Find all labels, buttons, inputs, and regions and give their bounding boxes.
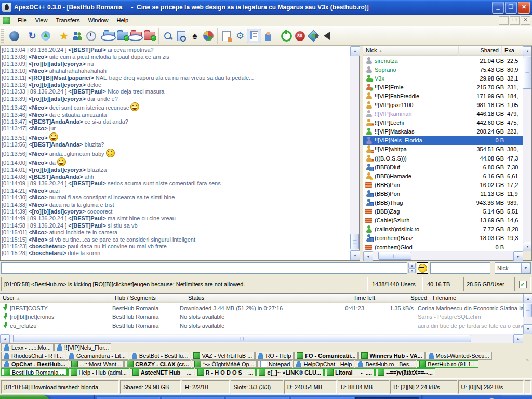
public-hubs-button[interactable] — [7, 29, 21, 43]
tab-hub[interactable]: AstecNET Hub ... — [130, 368, 194, 376]
adl-search-button[interactable] — [175, 29, 188, 43]
userlist-row[interactable]: (BBB)Diuf6.80 GB7,30 — [363, 163, 523, 171]
userlist-row[interactable]: !![VIP]Maskalas208.24 GB223, — [363, 127, 523, 136]
tab-hub[interactable]: c[_]~ »LiNK® CLU... — [256, 368, 324, 376]
transfers-column-status[interactable]: Status — [185, 294, 331, 303]
tab-user[interactable]: Lexx - ...:::Mo... — [1, 343, 54, 351]
tab-user[interactable]: HelpOpChat - Help — [293, 360, 354, 368]
userlist-column-exact[interactable]: Exa — [502, 46, 523, 56]
tab-hub[interactable]: BestHub.ro (91.1... — [417, 360, 478, 368]
tab-user[interactable]: BestBot - BestHu... — [129, 352, 191, 360]
userlist-row[interactable]: (BBB)Thug943.36 MB989, — [363, 198, 523, 207]
transfers-scroll-thumb[interactable] — [523, 304, 532, 317]
scroll-down-icon[interactable]: ▼ — [523, 242, 531, 251]
tab-user[interactable]: BestHub.ro - Bes... — [355, 360, 416, 368]
chat-scroll-thumb[interactable] — [350, 234, 359, 249]
userlist-row[interactable]: !![VIP]Nels_Florida0 B — [363, 136, 523, 145]
tab-hub[interactable]: R - H O D O S ... — [195, 368, 256, 376]
userlist-row[interactable]: (calinsb)rdslink.ro7.72 GB8,28 — [363, 225, 523, 234]
tab-user[interactable]: RhodosChat - R H... — [1, 352, 65, 360]
waiting-users-button[interactable] — [129, 29, 143, 43]
transfer-row[interactable]: eu_relutzuBestHub RomaniaNo slots availa… — [0, 321, 523, 330]
scroll-up-icon[interactable]: ▲ — [350, 46, 360, 56]
userlist-row[interactable]: V3x29.98 GB32,1 — [363, 74, 523, 83]
transfers-horizontal-scrollbar[interactable]: ◄ ► — [0, 334, 532, 343]
history-spinner[interactable]: ▲ ▼ — [408, 263, 416, 273]
transfer-row[interactable]: [BEST]COSTYBestHub RomaniaDownloaded 3.4… — [0, 303, 523, 312]
scroll-right-icon[interactable]: ► — [513, 251, 523, 261]
tab-user[interactable]: Geamandura - Lit... — [66, 352, 128, 360]
transfers-column-filename[interactable]: Filename — [430, 294, 523, 303]
transfers-hscroll-thumb[interactable] — [13, 335, 471, 342]
tab-user[interactable]: Most-Wanted-Secu... — [425, 352, 492, 360]
search-spy-button[interactable]: ♠ — [188, 29, 202, 43]
userlist-scroll-thumb[interactable] — [523, 57, 531, 89]
download-queue-button[interactable] — [102, 29, 116, 43]
show-userlist-checkbox[interactable]: ✓ — [514, 277, 531, 291]
tab-user[interactable]: !![VIP]Nels_Flor... — [54, 343, 112, 351]
userlist-row[interactable]: (BBB)Pan16.02 GB17,2 — [363, 180, 523, 189]
tab-hub[interactable]: FO - Comunicatii... — [294, 352, 358, 360]
userlist-row[interactable]: (BBB)Zag5.14 GB5,51 — [363, 207, 523, 216]
menu-window[interactable]: Window — [84, 16, 112, 25]
open-filelist-button[interactable] — [220, 29, 233, 43]
recent-hubs-button[interactable] — [84, 29, 98, 43]
spinner-down-icon[interactable]: ▼ — [408, 268, 416, 273]
userlist-row[interactable]: (BBB)Pon11.13 GB11,9 — [363, 189, 523, 198]
tab-notepad[interactable]: Notepad — [257, 360, 293, 368]
scroll-down-icon[interactable]: ▼ — [523, 324, 532, 334]
menu-transfers[interactable]: Transfers — [51, 16, 84, 25]
userlist-filter-input[interactable] — [430, 262, 490, 274]
userlist-hscroll-thumb[interactable] — [378, 252, 411, 260]
favorite-users-button[interactable] — [71, 29, 84, 43]
userlist-row[interactable]: (BBB)Hamade6.16 GB6,61 — [363, 171, 523, 180]
follow-redirect-button[interactable] — [39, 29, 52, 43]
mdi-minimize-button[interactable]: – — [499, 16, 509, 25]
scroll-up-icon[interactable]: ▲ — [523, 46, 531, 56]
away-mode-button[interactable] — [261, 29, 275, 43]
tab-hub[interactable]: ...:::Most-Want... — [69, 360, 124, 368]
tab-hub[interactable]: Winners Hub - VA... — [358, 352, 424, 360]
userlist-horizontal-scrollbar[interactable]: ◄ ► — [363, 251, 531, 260]
taskbar-task[interactable]: preturi hostin... — [291, 397, 354, 399]
mdi-close-button[interactable]: ✕ — [521, 16, 530, 25]
favorite-hubs-button[interactable]: ★ — [57, 29, 71, 43]
userlist-row[interactable]: Soprano75.43 GB80,9 — [363, 65, 523, 74]
tab-hub[interactable]: BestHub Romania ... — [1, 368, 68, 376]
minimize-button[interactable]: _ — [492, 2, 504, 14]
emoticon-button[interactable] — [417, 262, 428, 274]
tab-hub[interactable]: Litoral - .... — [324, 368, 375, 376]
transfers-column-speed[interactable]: Speed — [378, 294, 430, 303]
userlist-vertical-scrollbar[interactable]: ▲ ▼ — [523, 46, 531, 251]
userlist-row[interactable]: !![VIP]whitpa354.51 GB380, — [363, 145, 523, 154]
userlist-row[interactable]: !![VIP]kaminari446.18 GB479, — [363, 110, 523, 118]
taskbar-task[interactable]: sirenutza (sir... — [226, 397, 289, 399]
mdi-restore-button[interactable]: ❐ — [510, 16, 520, 25]
tab-hub[interactable]: --==)v(ãtàtX==--... — [375, 368, 435, 376]
chevron-down-icon[interactable]: ▼ — [521, 263, 530, 273]
userlist-row[interactable]: (comhem)Giod0 B — [363, 243, 523, 251]
transfers-vertical-scrollbar[interactable]: ▲ ▼ — [523, 294, 532, 334]
menu-help[interactable]: Help — [113, 16, 133, 25]
transfers-column-user[interactable]: User ▲ — [0, 294, 112, 303]
tab-hub[interactable]: Help - Hub (admi... — [68, 368, 129, 376]
transfer-row[interactable]: [ro][bt][net]cronosBestHub RomaniaNo slo… — [0, 312, 523, 321]
menu-view[interactable]: View — [31, 16, 52, 25]
update-check-button[interactable] — [307, 29, 320, 43]
transfers-column-hub[interactable]: Hub / Segments — [112, 294, 185, 303]
menu-file[interactable]: File — [14, 16, 31, 25]
settings-button[interactable]: ⚙ — [233, 29, 247, 43]
userlist-column-shared[interactable]: Shared — [459, 46, 502, 56]
upload-limiter-button[interactable]: 80 — [293, 29, 307, 43]
tab-hub[interactable]: CRAZY - CLAX (cr... — [124, 360, 191, 368]
tabs-overflow-chevron-icon[interactable]: » — [524, 356, 531, 364]
notepad-button[interactable] — [247, 29, 261, 43]
userlist-row[interactable]: !![VIP]Lechi442.60 GB475, — [363, 118, 523, 127]
chat-messages[interactable]: [01:13:04 | 89.136.20.24 ] <[BEST]Paul> … — [1, 46, 350, 260]
start-button[interactable]: start — [0, 395, 49, 399]
tab-hub[interactable]: *•» ÒîghtMáàé Op... — [192, 360, 257, 368]
sound-mute-button[interactable] — [320, 29, 334, 43]
userlist-row[interactable]: !![VIP]gsxr1100981.18 GB1,05 — [363, 100, 523, 109]
scroll-down-icon[interactable]: ▼ — [350, 250, 360, 260]
toolbar-grip[interactable] — [1, 29, 4, 43]
